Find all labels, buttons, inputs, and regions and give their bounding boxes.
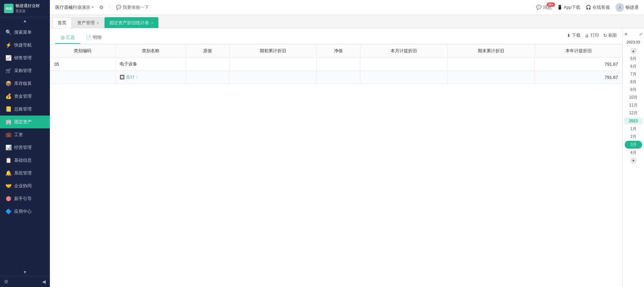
sidebar: AtA 畅捷通好业财 普及版 ▲ 🔍搜索菜单⚡快捷导航📈销售管理🛒采购管理📦库存… xyxy=(0,0,50,287)
messages-action[interactable]: 💬 消息 99+ xyxy=(536,4,552,10)
sidebar-item-search[interactable]: 🔍搜索菜单 xyxy=(0,26,50,39)
refresh-button[interactable]: ↻ 刷新 xyxy=(603,32,617,38)
nav-icon-finance: 💰 xyxy=(5,93,11,99)
subtab-detail[interactable]: 📄 明细 xyxy=(80,32,107,44)
online-service-action[interactable]: 🎧 在线客服 xyxy=(586,4,610,10)
sidebar-item-inventory[interactable]: 📦库存核算 xyxy=(0,77,50,90)
total-label: 🔲 合计： xyxy=(115,71,186,84)
nav-icon-app-center: 🔷 xyxy=(5,209,11,215)
nav-label-operations: 经营管理 xyxy=(14,145,32,151)
nav-icon-purchase: 🛒 xyxy=(5,68,11,74)
online-service-icon: 🎧 xyxy=(586,5,591,10)
panel-2023-month-2[interactable]: 2月 xyxy=(623,133,644,140)
sidebar-item-basic-info[interactable]: 📋基础信息 xyxy=(0,154,50,167)
panel-2023-month-4[interactable]: 4月 xyxy=(623,149,644,157)
total-row: 🔲 合计： 791.67 xyxy=(50,71,622,84)
panel-expand-icon[interactable]: ⤢ xyxy=(639,32,643,37)
download-icon: ⬇ xyxy=(567,33,571,38)
sidebar-item-guide[interactable]: 🎯新手引导 xyxy=(0,192,50,205)
total-text: 合计： xyxy=(126,74,139,80)
download-label: 下载 xyxy=(572,32,581,38)
total-monthly xyxy=(360,71,447,84)
nav-label-purchase: 采购管理 xyxy=(14,68,32,74)
col-header-period-end: 期末累计折旧 xyxy=(447,44,534,58)
row-net xyxy=(317,58,360,71)
panel-2023-month-1[interactable]: 1月 xyxy=(623,125,644,133)
tab-fixed-asset-report-label: 固定资产折旧统计表 xyxy=(110,20,149,26)
total-initial-accum xyxy=(229,71,316,84)
app-download-label: App下载 xyxy=(564,4,580,10)
experience-button[interactable]: 💬 我要体验一下 xyxy=(116,4,149,10)
company-selector[interactable]: 医疗器械行业演示 ▾ xyxy=(55,4,94,10)
panel-month-10[interactable]: 10月 xyxy=(623,94,644,101)
topbar-settings-icon[interactable]: ⚙ xyxy=(98,3,105,12)
panel-header: 2023.03 xyxy=(627,39,640,45)
sidebar-item-collaboration[interactable]: 🤝企业协同 xyxy=(0,180,50,192)
nav-label-inventory: 库存核算 xyxy=(14,81,32,87)
sidebar-scroll-up[interactable]: ▲ xyxy=(0,17,50,25)
subtab-summary[interactable]: ◎ 汇总 xyxy=(55,32,80,44)
nav-icon-basic-info: 📋 xyxy=(5,157,11,163)
right-panel: ✕ ⤢ 2023.03 ▲ 5月 6月 7月 8月 9月 10月 11月 12月… xyxy=(622,28,644,287)
sidebar-item-ledger[interactable]: 📒总账管理 xyxy=(0,103,50,116)
nav-label-basic-info: 基础信息 xyxy=(14,157,32,163)
sidebar-item-quick-nav[interactable]: ⚡快捷导航 xyxy=(0,39,50,52)
panel-scroll-down[interactable]: ▼ xyxy=(630,157,637,164)
content-area: ◎ 汇总 📄 明细 ⬇ 下载 🖨 打印 xyxy=(50,28,622,287)
panel-month-7[interactable]: 7月 xyxy=(623,70,644,78)
avatar: 人 xyxy=(615,3,624,12)
experience-label: 我要体验一下 xyxy=(123,4,149,10)
user-area[interactable]: 人 畅捷通 xyxy=(615,3,639,12)
nav-icon-collaboration: 🤝 xyxy=(5,183,11,189)
sidebar-item-app-center[interactable]: 🔷应用中心 xyxy=(0,205,50,218)
collapse-icon[interactable]: ◀ xyxy=(42,279,46,284)
main-area: 医疗器械行业演示 ▾ ⚙ 💬 我要体验一下 💬 消息 99+ 📱 App下载 🎧… xyxy=(50,0,644,287)
nav-label-ledger: 总账管理 xyxy=(14,106,32,112)
total-icon: 🔲 xyxy=(120,75,125,79)
tab-asset-mgmt[interactable]: 资产管理 × xyxy=(72,17,104,28)
sidebar-scroll-down[interactable]: ▼ xyxy=(0,268,50,276)
panel-month-12[interactable]: 12月 xyxy=(623,109,644,117)
tab-home-label: 首页 xyxy=(58,20,66,26)
nav-label-finance: 资金管理 xyxy=(14,93,32,99)
nav-icon-operations: 📊 xyxy=(5,145,11,151)
sidebar-item-finance[interactable]: 💰资金管理 xyxy=(0,90,50,103)
row-initial-accum xyxy=(229,58,316,71)
panel-month-9[interactable]: 9月 xyxy=(623,86,644,94)
nav-label-search: 搜索菜单 xyxy=(14,29,32,35)
tab-home[interactable]: 首页 xyxy=(53,17,71,28)
sidebar-item-operations[interactable]: 📊经营管理 xyxy=(0,141,50,154)
tab-asset-mgmt-close[interactable]: × xyxy=(97,21,99,25)
tab-fixed-asset-report-close[interactable]: × xyxy=(151,21,153,25)
sidebar-item-system[interactable]: 🔔系统管理 xyxy=(0,167,50,180)
panel-close-icon[interactable]: ✕ xyxy=(624,32,628,37)
panel-month-11[interactable]: 11月 xyxy=(623,101,644,109)
col-header-original: 原值 xyxy=(186,44,229,58)
app-download-action[interactable]: 📱 App下载 xyxy=(557,4,580,10)
panel-month-8[interactable]: 8月 xyxy=(623,78,644,86)
nav-icon-payroll: 💼 xyxy=(5,132,11,138)
print-button[interactable]: 🖨 打印 xyxy=(585,32,599,38)
sidebar-item-fixed-assets[interactable]: 🏢固定资产 xyxy=(0,116,50,128)
sidebar-item-sales[interactable]: 📈销售管理 xyxy=(0,52,50,64)
panel-2023-month-3[interactable]: 3月 xyxy=(625,141,642,149)
col-header-code: 类别编码 xyxy=(50,44,116,58)
download-button[interactable]: ⬇ 下载 xyxy=(567,32,581,38)
sidebar-item-payroll[interactable]: 💼工资 xyxy=(0,128,50,141)
app-download-icon: 📱 xyxy=(557,5,562,10)
logo-icon: AtA xyxy=(4,4,13,13)
total-original xyxy=(186,71,229,84)
messages-icon: 💬 xyxy=(536,5,542,10)
settings-icon[interactable]: ⚙ xyxy=(4,279,8,284)
messages-badge: 99+ xyxy=(547,2,555,7)
total-net xyxy=(317,71,360,84)
panel-year-2023[interactable]: 2023 xyxy=(624,118,643,124)
sidebar-item-purchase[interactable]: 🛒采购管理 xyxy=(0,64,50,77)
panel-month-6[interactable]: 6月 xyxy=(623,63,644,70)
tab-asset-mgmt-label: 资产管理 xyxy=(77,20,95,26)
panel-scroll-up[interactable]: ▲ xyxy=(630,47,637,54)
print-icon: 🖨 xyxy=(585,33,589,38)
panel-month-5[interactable]: 5月 xyxy=(623,55,644,63)
tab-fixed-asset-report[interactable]: 固定资产折旧统计表 × xyxy=(104,17,158,28)
online-service-label: 在线客服 xyxy=(592,4,610,10)
